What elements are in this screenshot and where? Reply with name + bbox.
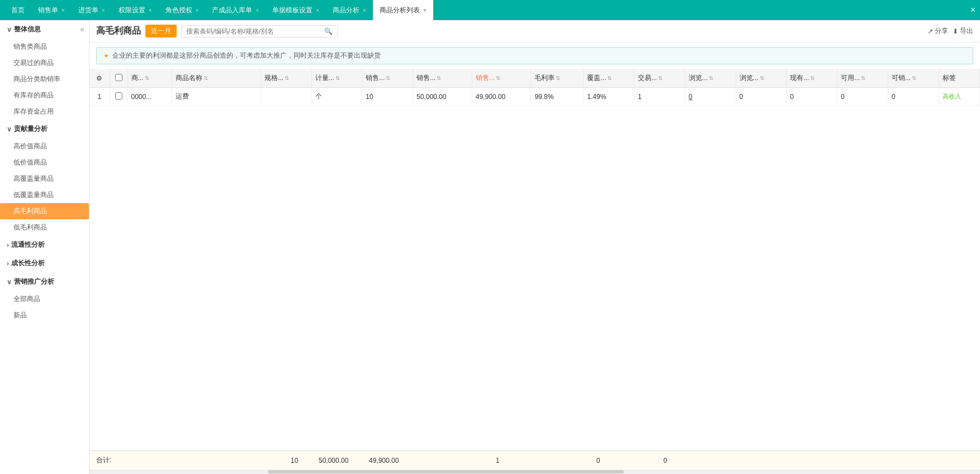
- nav-tab-sales[interactable]: 销售单 ×: [31, 0, 72, 20]
- cell-stock: 0: [787, 88, 837, 106]
- sidebar-group-liquidity[interactable]: › 流通性分析: [0, 236, 89, 254]
- col-sellable[interactable]: 可销...⇅: [888, 69, 939, 88]
- col-stock[interactable]: 现有...⇅: [787, 69, 837, 88]
- col-views2[interactable]: 浏览...⇅: [736, 69, 787, 88]
- col-sales3[interactable]: 销售...⇅: [472, 69, 531, 88]
- nav-tab-permission[interactable]: 权限设置 ×: [112, 0, 159, 20]
- footer-margin-spacer: [402, 457, 435, 464]
- sidebar-item-high-coverage[interactable]: 高覆盖量商品: [0, 171, 89, 187]
- table-footer: 合计: 10 50,000.00 49,900.00 1 0 0: [89, 450, 980, 470]
- col-sales2[interactable]: 销售...⇅: [413, 69, 472, 88]
- col-coverage[interactable]: 覆盖...⇅: [584, 69, 635, 88]
- nav-tab-purchase[interactable]: 进货单 ×: [72, 0, 112, 20]
- row-checkbox[interactable]: [115, 92, 122, 100]
- sidebar-item-sales-goods[interactable]: 销售类商品: [0, 39, 89, 55]
- sidebar-collapse-button[interactable]: «: [80, 25, 84, 34]
- col-code[interactable]: 商...⇅: [127, 69, 172, 88]
- cell-sales2: 50,000.00: [413, 88, 472, 106]
- col-views1[interactable]: 浏览...⇅: [685, 69, 736, 88]
- sidebar-group-contribution[interactable]: ∨ 贡献量分析: [0, 120, 89, 138]
- cell-usable: 0: [837, 88, 888, 106]
- close-product-analysis-tab[interactable]: ×: [363, 7, 366, 13]
- sidebar-item-low-margin[interactable]: 低毛利商品: [0, 219, 89, 236]
- sidebar-item-category-assist-rate[interactable]: 商品分类助销率: [0, 71, 89, 87]
- sort-stock-icon[interactable]: ⇅: [810, 75, 815, 81]
- export-button[interactable]: ⬇ 导出: [953, 26, 973, 36]
- close-sales-tab[interactable]: ×: [61, 7, 65, 13]
- cell-views2: 0: [736, 88, 787, 106]
- filter-recent-month-button[interactable]: 近一月: [145, 25, 177, 37]
- sort-sales3-icon[interactable]: ⇅: [496, 75, 500, 81]
- col-usable[interactable]: 可用...⇅: [837, 69, 888, 88]
- sidebar-item-in-stock-goods[interactable]: 有库存的商品: [0, 87, 89, 104]
- info-icon: ✦: [103, 52, 109, 60]
- sidebar-item-high-margin[interactable]: 高毛利商品: [0, 203, 89, 219]
- cell-coverage: 1.49%: [584, 88, 635, 106]
- sort-unit-icon[interactable]: ⇅: [335, 75, 340, 81]
- sidebar-item-low-coverage[interactable]: 低覆盖量商品: [0, 187, 89, 203]
- nav-tab-product-warehouse[interactable]: 产成品入库单 ×: [205, 0, 266, 20]
- nav-tab-product-analysis-list[interactable]: 商品分析列表 ×: [373, 0, 433, 20]
- select-all-checkbox[interactable]: [115, 74, 122, 81]
- sort-name-icon[interactable]: ⇅: [203, 75, 208, 81]
- sort-sales2-icon[interactable]: ⇅: [437, 75, 441, 81]
- sidebar-item-all-goods[interactable]: 全部商品: [0, 291, 89, 307]
- bottom-scrollbar[interactable]: [89, 470, 980, 474]
- col-tag: 标签: [939, 69, 979, 88]
- close-purchase-tab[interactable]: ×: [102, 7, 105, 13]
- content-area: 高毛利商品 近一月 🔍 ↗ 分享 ⬇ 导出 ✦ 企业的主要的利润都是这部分商品创…: [89, 20, 980, 474]
- sidebar-item-high-value[interactable]: 高价值商品: [0, 138, 89, 154]
- footer-values: 10 50,000.00 49,900.00 1 0 0: [122, 457, 670, 464]
- sort-spec-icon[interactable]: ⇅: [285, 75, 289, 81]
- sort-code-icon[interactable]: ⇅: [145, 75, 149, 81]
- col-checkbox: [110, 69, 127, 88]
- sort-transactions-icon[interactable]: ⇅: [658, 75, 662, 81]
- sidebar-item-stock-capital[interactable]: 库存资金占用: [0, 104, 89, 120]
- share-button[interactable]: ↗ 分享: [927, 26, 948, 36]
- nav-tab-product-analysis[interactable]: 商品分析 ×: [326, 0, 373, 20]
- sidebar-group-growth[interactable]: › 成长性分析: [0, 254, 89, 273]
- search-input[interactable]: [186, 27, 322, 35]
- col-unit[interactable]: 计量...⇅: [311, 69, 362, 88]
- col-margin[interactable]: 毛利率⇅: [531, 69, 584, 88]
- marketing-arrow-icon: ∨: [7, 278, 12, 286]
- share-icon: ↗: [927, 27, 933, 35]
- sidebar-group-marketing[interactable]: ∨ 营销推广分析: [0, 273, 89, 291]
- footer-label: 合计:: [96, 456, 111, 465]
- nav-tab-home[interactable]: 首页: [4, 0, 31, 20]
- scrollbar-thumb[interactable]: [268, 470, 624, 473]
- col-settings[interactable]: ⚙: [89, 69, 110, 88]
- views1-link[interactable]: 0: [689, 93, 693, 101]
- sidebar-item-low-value[interactable]: 低价值商品: [0, 154, 89, 171]
- sidebar-group-overall[interactable]: ∨ 整体信息: [0, 20, 89, 39]
- sort-views2-icon[interactable]: ⇅: [760, 75, 764, 81]
- nav-tab-template[interactable]: 单据模板设置 ×: [266, 0, 326, 20]
- cell-checkbox[interactable]: [110, 88, 127, 106]
- close-permission-tab[interactable]: ×: [149, 7, 152, 13]
- col-spec[interactable]: 规格...⇅: [261, 69, 311, 88]
- sidebar-item-traded-goods[interactable]: 交易过的商品: [0, 55, 89, 71]
- settings-icon[interactable]: ⚙: [96, 74, 102, 82]
- footer-stock: 0: [570, 457, 603, 464]
- close-template-tab[interactable]: ×: [316, 7, 319, 13]
- table-container[interactable]: ⚙ 商...⇅ 商品名称⇅ 规格...⇅: [89, 69, 980, 450]
- sort-coverage-icon[interactable]: ⇅: [607, 75, 612, 81]
- nav-tab-role[interactable]: 角色授权 ×: [159, 0, 206, 20]
- sort-usable-icon[interactable]: ⇅: [861, 75, 865, 81]
- sort-views1-icon[interactable]: ⇅: [709, 75, 713, 81]
- close-product-analysis-list-tab[interactable]: ×: [423, 7, 427, 13]
- data-table: ⚙ 商...⇅ 商品名称⇅ 规格...⇅: [89, 69, 980, 106]
- close-product-warehouse-tab[interactable]: ×: [255, 7, 259, 13]
- close-role-tab[interactable]: ×: [196, 7, 199, 13]
- search-icon[interactable]: 🔍: [324, 27, 333, 35]
- cell-views1[interactable]: 0: [685, 88, 736, 106]
- col-sales1[interactable]: 销售...⇅: [362, 69, 413, 88]
- sidebar-item-new-goods[interactable]: 新品: [0, 307, 89, 323]
- col-transactions[interactable]: 交易...⇅: [635, 69, 685, 88]
- sort-margin-icon[interactable]: ⇅: [556, 75, 560, 81]
- sort-sellable-icon[interactable]: ⇅: [912, 75, 916, 81]
- close-all-button[interactable]: ×: [970, 5, 976, 15]
- table-header-row: ⚙ 商...⇅ 商品名称⇅ 规格...⇅: [89, 69, 980, 88]
- sort-sales1-icon[interactable]: ⇅: [386, 75, 390, 81]
- col-name[interactable]: 商品名称⇅: [172, 69, 261, 88]
